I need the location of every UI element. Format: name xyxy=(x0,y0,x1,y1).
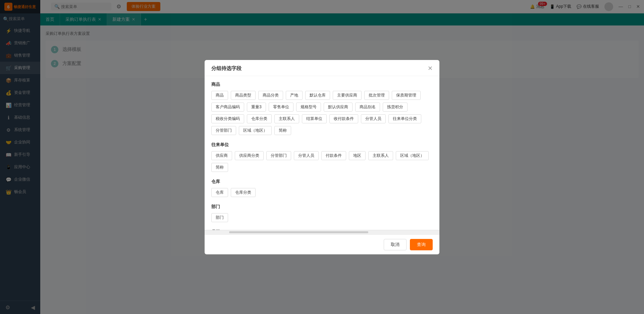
field-tags-dept: 部门 xyxy=(211,213,433,222)
field-tag[interactable]: 批次管理 xyxy=(364,91,389,100)
field-tag[interactable]: 区域（地区） xyxy=(239,126,272,135)
field-tag[interactable]: 地区 xyxy=(349,151,366,160)
confirm-button[interactable]: 查询 xyxy=(410,239,433,250)
modal-overlay: 分组待选字段 ✕ 商品 商品 商品类型 商品分类 产地 默认仓库 主要供应商 批… xyxy=(0,0,644,314)
field-tag[interactable]: 部门 xyxy=(211,213,228,222)
modal-close-btn[interactable]: ✕ xyxy=(428,65,433,71)
field-tag[interactable]: 结算单位 xyxy=(302,114,327,123)
field-tags-goods: 商品 商品类型 商品分类 产地 默认仓库 主要供应商 批次管理 保质期管理 客户… xyxy=(211,91,433,135)
field-tag[interactable]: 供应商分类 xyxy=(235,151,264,160)
field-tag[interactable]: 付款条件 xyxy=(321,151,346,160)
field-tag[interactable]: 规格型号 xyxy=(296,103,321,112)
field-group-dept-title: 部门 xyxy=(211,204,433,210)
field-tag[interactable]: 供应商 xyxy=(211,151,232,160)
modal-title: 分组待选字段 xyxy=(211,65,241,72)
field-tag[interactable]: 简称 xyxy=(211,163,228,172)
field-tag[interactable]: 产地 xyxy=(286,91,303,100)
field-group-partners: 往来单位 供应商 供应商分类 分管部门 分管人员 付款条件 地区 主联系人 区域… xyxy=(211,142,433,172)
field-group-dept: 部门 部门 xyxy=(211,204,433,222)
field-tag[interactable]: 商品类型 xyxy=(231,91,256,100)
field-group-partners-title: 往来单位 xyxy=(211,142,433,148)
modal-hscroll[interactable] xyxy=(205,230,439,235)
field-group-warehouse-title: 仓库 xyxy=(211,179,433,185)
field-tag[interactable]: 分管人员 xyxy=(361,114,386,123)
field-tag[interactable]: 拣货积分 xyxy=(383,103,408,112)
field-tag[interactable]: 仓库分类 xyxy=(231,188,256,197)
hscroll-bar xyxy=(229,231,368,233)
field-group-goods: 商品 商品 商品类型 商品分类 产地 默认仓库 主要供应商 批次管理 保质期管理… xyxy=(211,81,433,135)
field-tag[interactable]: 区域（地区） xyxy=(396,151,429,160)
field-tag[interactable]: 默认仓库 xyxy=(305,91,330,100)
field-tag[interactable]: 商品别名 xyxy=(355,103,380,112)
field-tag[interactable]: 简称 xyxy=(274,126,291,135)
field-tag[interactable]: 主要供应商 xyxy=(333,91,362,100)
field-tag[interactable]: 默认供应商 xyxy=(324,103,353,112)
field-group-warehouse: 仓库 仓库 仓库分类 xyxy=(211,179,433,197)
field-tag[interactable]: 税收分类编码 xyxy=(211,114,244,123)
field-tags-warehouse: 仓库 仓库分类 xyxy=(211,188,433,197)
field-tag[interactable]: 商品 xyxy=(211,91,228,100)
field-tag[interactable]: 重量3 xyxy=(247,103,266,112)
modal-footer: 取消 查询 xyxy=(205,235,439,254)
field-tag[interactable]: 往来单位分类 xyxy=(388,114,421,123)
field-group-goods-title: 商品 xyxy=(211,81,433,87)
field-tags-partners: 供应商 供应商分类 分管部门 分管人员 付款条件 地区 主联系人 区域（地区） … xyxy=(211,151,433,172)
field-tag[interactable]: 分管人员 xyxy=(294,151,319,160)
field-tag[interactable]: 客户商品编码 xyxy=(211,103,244,112)
field-tag[interactable]: 主联系人 xyxy=(368,151,393,160)
field-tag[interactable]: 收付款条件 xyxy=(329,114,358,123)
modal-header: 分组待选字段 ✕ xyxy=(205,60,439,76)
field-tag[interactable]: 分管部门 xyxy=(266,151,291,160)
field-tag[interactable]: 商品分类 xyxy=(258,91,283,100)
modal-body: 商品 商品 商品类型 商品分类 产地 默认仓库 主要供应商 批次管理 保质期管理… xyxy=(205,76,439,230)
field-tag[interactable]: 仓库 xyxy=(211,188,228,197)
field-tag[interactable]: 仓库分类 xyxy=(247,114,272,123)
field-tag[interactable]: 零售单位 xyxy=(269,103,293,112)
modal-dialog: 分组待选字段 ✕ 商品 商品 商品类型 商品分类 产地 默认仓库 主要供应商 批… xyxy=(205,60,439,254)
cancel-button[interactable]: 取消 xyxy=(384,239,407,250)
field-tag[interactable]: 分管部门 xyxy=(211,126,236,135)
field-tag[interactable]: 保质期管理 xyxy=(392,91,421,100)
field-tag[interactable]: 主联系人 xyxy=(274,114,299,123)
